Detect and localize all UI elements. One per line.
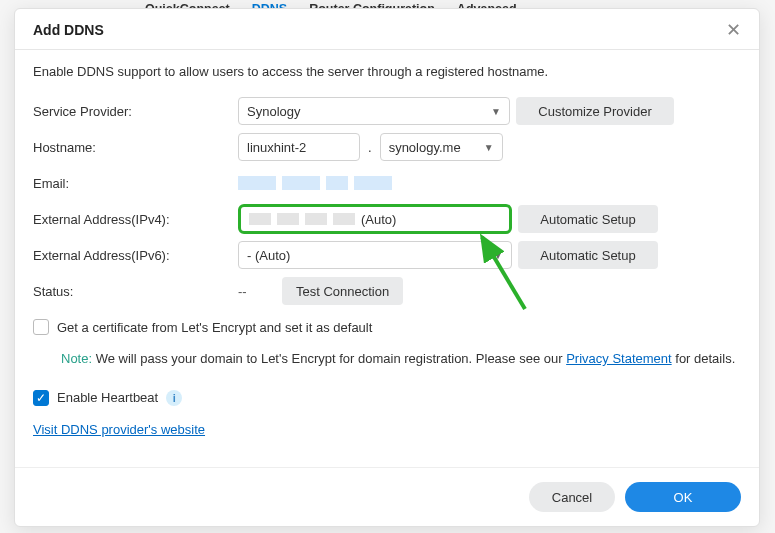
label-service-provider: Service Provider: bbox=[33, 104, 238, 119]
info-icon[interactable]: i bbox=[166, 390, 182, 406]
note-text-1: We will pass your domain to Let's Encryp… bbox=[92, 351, 566, 366]
ipv4-address-input[interactable]: (Auto) bbox=[238, 204, 512, 234]
ipv6-value: - (Auto) bbox=[247, 248, 290, 263]
hostname-input[interactable] bbox=[238, 133, 360, 161]
heartbeat-label: Enable Heartbeat bbox=[57, 390, 158, 405]
test-connection-button[interactable]: Test Connection bbox=[282, 277, 403, 305]
close-icon[interactable]: ✕ bbox=[726, 21, 741, 39]
ipv4-auto-suffix: (Auto) bbox=[361, 212, 396, 227]
heartbeat-checkbox[interactable] bbox=[33, 390, 49, 406]
label-email: Email: bbox=[33, 176, 238, 191]
ipv6-auto-setup-button[interactable]: Automatic Setup bbox=[518, 241, 658, 269]
chevron-down-icon: ▼ bbox=[484, 142, 494, 153]
visit-provider-link[interactable]: Visit DDNS provider's website bbox=[33, 422, 205, 437]
chevron-down-icon: ▼ bbox=[493, 250, 503, 261]
cancel-button[interactable]: Cancel bbox=[529, 482, 615, 512]
note-prefix: Note: bbox=[61, 351, 92, 366]
divider bbox=[15, 49, 759, 50]
privacy-statement-link[interactable]: Privacy Statement bbox=[566, 351, 672, 366]
dialog-title: Add DDNS bbox=[33, 22, 104, 38]
ipv4-value-redacted bbox=[249, 213, 355, 225]
chevron-down-icon: ▼ bbox=[491, 106, 501, 117]
dialog-description: Enable DDNS support to allow users to ac… bbox=[33, 64, 741, 79]
hostname-dot: . bbox=[366, 140, 374, 155]
status-value: -- bbox=[238, 284, 276, 299]
label-hostname: Hostname: bbox=[33, 140, 238, 155]
ipv6-address-select[interactable]: - (Auto) ▼ bbox=[238, 241, 512, 269]
service-provider-select[interactable]: Synology ▼ bbox=[238, 97, 510, 125]
letsencrypt-checkbox[interactable] bbox=[33, 319, 49, 335]
ipv4-auto-setup-button[interactable]: Automatic Setup bbox=[518, 205, 658, 233]
label-ipv4: External Address(IPv4): bbox=[33, 212, 238, 227]
note-text-2: for details. bbox=[672, 351, 736, 366]
ok-button[interactable]: OK bbox=[625, 482, 741, 512]
domain-value: synology.me bbox=[389, 140, 461, 155]
email-value-redacted bbox=[238, 176, 392, 190]
customize-provider-button[interactable]: Customize Provider bbox=[516, 97, 674, 125]
letsencrypt-note: Note: We will pass your domain to Let's … bbox=[61, 349, 741, 370]
letsencrypt-label: Get a certificate from Let's Encrypt and… bbox=[57, 320, 372, 335]
service-provider-value: Synology bbox=[247, 104, 300, 119]
label-ipv6: External Address(IPv6): bbox=[33, 248, 238, 263]
domain-select[interactable]: synology.me ▼ bbox=[380, 133, 503, 161]
label-status: Status: bbox=[33, 284, 238, 299]
add-ddns-dialog: Add DDNS ✕ Enable DDNS support to allow … bbox=[14, 8, 760, 527]
